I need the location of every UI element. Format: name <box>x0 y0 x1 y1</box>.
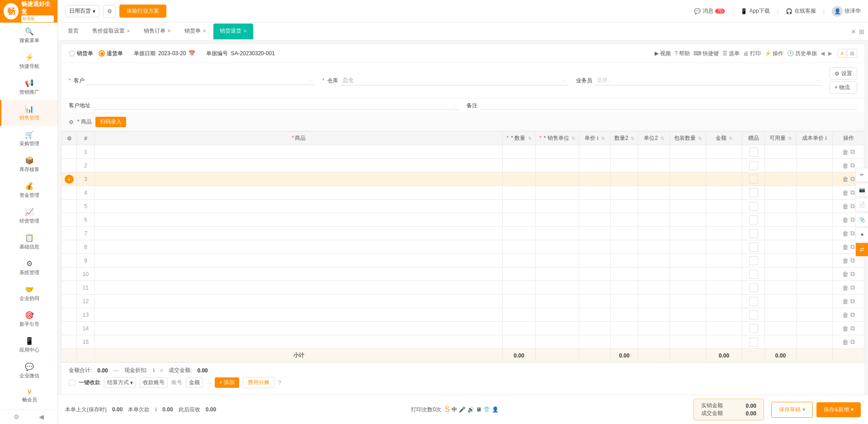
qty-input[interactable] <box>505 188 532 197</box>
delete-row-btn[interactable]: 🗑 <box>842 230 849 237</box>
pack-cell[interactable] <box>670 267 706 281</box>
save-new-btn[interactable]: 保存&新增 ▾ <box>816 402 861 417</box>
goods-input[interactable] <box>98 310 500 319</box>
sidebar-item-newuser[interactable]: 🎯 新手引导 <box>0 306 57 332</box>
goods-cell[interactable] <box>95 295 503 308</box>
cost-cell[interactable] <box>797 281 833 295</box>
unit2-input[interactable] <box>641 229 667 238</box>
note-text-input[interactable] <box>482 102 855 109</box>
goods-cell[interactable] <box>95 240 503 254</box>
gift-cell[interactable] <box>742 281 765 295</box>
cost-input[interactable] <box>799 229 830 238</box>
cost-input[interactable] <box>799 324 830 333</box>
nav-next-btn[interactable]: ▶ <box>828 50 832 57</box>
unit2-cell[interactable] <box>638 145 670 159</box>
settings-side-btn[interactable]: ⚙ 设置 <box>830 67 857 80</box>
qty2-cell[interactable] <box>610 159 638 172</box>
amount-input[interactable] <box>709 256 739 265</box>
view-grid-btn[interactable]: ⊞ <box>847 49 857 58</box>
cost-info-icon[interactable]: ℹ <box>825 135 827 141</box>
copy-row-btn[interactable]: ⧉ <box>850 216 855 224</box>
cost-input[interactable] <box>799 283 830 292</box>
cost-input[interactable] <box>799 161 830 170</box>
right-tool-flow[interactable]: ⇄ <box>855 243 868 257</box>
address-input[interactable]: ··· <box>93 101 459 110</box>
pack-cell[interactable] <box>670 281 706 295</box>
settle-method-select[interactable]: 结算方式 ▾ <box>104 377 136 388</box>
gift-cell[interactable] <box>742 267 765 281</box>
radio-delivery[interactable]: 销货单 <box>69 50 93 57</box>
cost-input[interactable] <box>799 337 830 347</box>
amount-input[interactable] <box>709 215 739 224</box>
gift-cell[interactable] <box>742 227 765 240</box>
qty-cell[interactable] <box>503 200 535 213</box>
qty-input[interactable] <box>505 269 532 279</box>
pack-input[interactable] <box>673 174 703 184</box>
amount-cell[interactable] <box>706 335 742 349</box>
price-input[interactable] <box>582 188 608 197</box>
unit2-cell[interactable] <box>638 335 670 349</box>
copy-row-btn[interactable]: ⧉ <box>850 202 855 210</box>
goods-input[interactable] <box>98 269 500 279</box>
unit2-cell[interactable] <box>638 213 670 227</box>
unit2-input[interactable] <box>641 188 667 197</box>
pack-cell[interactable] <box>670 159 706 172</box>
goods-cell[interactable] <box>95 322 503 335</box>
qty-input[interactable] <box>505 283 532 292</box>
pack-input[interactable] <box>673 161 703 170</box>
amount-input[interactable] <box>709 147 739 157</box>
unit-input[interactable] <box>538 283 576 292</box>
qty-input[interactable] <box>505 296 532 306</box>
cost-cell[interactable] <box>797 322 833 335</box>
qty-cell[interactable] <box>503 267 535 281</box>
gift-cell[interactable] <box>742 159 765 172</box>
amount-input[interactable] <box>709 283 739 292</box>
gift-cell[interactable] <box>742 186 765 200</box>
unit2-cell[interactable] <box>638 159 670 172</box>
qty2-input[interactable] <box>613 310 635 319</box>
qty2-cell[interactable] <box>610 267 638 281</box>
amount-cell[interactable] <box>706 295 742 308</box>
sidebar-item-sales[interactable]: 📊 销售管理 <box>0 100 57 126</box>
unit2-input[interactable] <box>641 174 667 184</box>
delete-row-btn[interactable]: 🗑 <box>842 284 849 291</box>
gift-checkbox[interactable] <box>749 243 758 252</box>
col-header-settings[interactable]: ⚙ <box>62 132 77 145</box>
unit2-input[interactable] <box>641 283 667 292</box>
right-tool-photo[interactable]: 📷 <box>855 183 868 197</box>
address-text-input[interactable] <box>95 102 453 109</box>
sidebar-item-system[interactable]: ⚙ 系统管理 <box>0 255 57 281</box>
goods-input[interactable] <box>98 256 500 265</box>
unit-input[interactable] <box>538 242 576 252</box>
gift-cell[interactable] <box>742 308 765 322</box>
sidebar-item-inventory[interactable]: 📦 库存核算 <box>0 152 57 177</box>
copy-row-btn[interactable]: ⧉ <box>850 243 855 251</box>
audio-icon[interactable]: 🔊 <box>467 406 474 413</box>
unit-cell[interactable] <box>535 227 579 240</box>
qty2-cell[interactable] <box>610 281 638 295</box>
unit-cell[interactable] <box>535 159 579 172</box>
tab-return-close[interactable]: ✕ <box>243 29 247 33</box>
price-sort-icon[interactable]: ⇅ <box>601 136 605 141</box>
price-cell[interactable] <box>579 172 610 186</box>
sidebar-item-purchase[interactable]: 🛒 采购管理 <box>0 126 57 152</box>
goods-input[interactable] <box>98 242 500 252</box>
copy-row-btn[interactable]: ⧉ <box>850 284 855 291</box>
copy-row-btn[interactable]: ⧉ <box>850 175 855 183</box>
sidebar-item-search[interactable]: 🔍 搜索菜单 <box>0 23 57 48</box>
pack-cell[interactable] <box>670 322 706 335</box>
tab-sales-order[interactable]: 销售订单 ✕ <box>137 24 177 39</box>
gift-checkbox[interactable] <box>749 324 758 333</box>
price-cell[interactable] <box>579 308 610 322</box>
sidebar-item-enterprise[interactable]: 🤝 企业协同 <box>0 281 57 306</box>
customer-input[interactable]: ··· <box>87 76 315 85</box>
sidebar-item-finance[interactable]: 💰 资金管理 <box>0 177 57 203</box>
unit-cell[interactable] <box>535 145 579 159</box>
calendar-icon[interactable]: 📅 <box>189 50 195 57</box>
amount-input[interactable] <box>709 269 739 279</box>
price-cell[interactable] <box>579 186 610 200</box>
delete-row-btn[interactable]: 🗑 <box>842 271 849 278</box>
gift-checkbox[interactable] <box>749 161 758 170</box>
unit-sort-icon[interactable]: ⇅ <box>571 136 575 141</box>
salesperson-input[interactable]: 选择... ··· <box>595 76 822 86</box>
